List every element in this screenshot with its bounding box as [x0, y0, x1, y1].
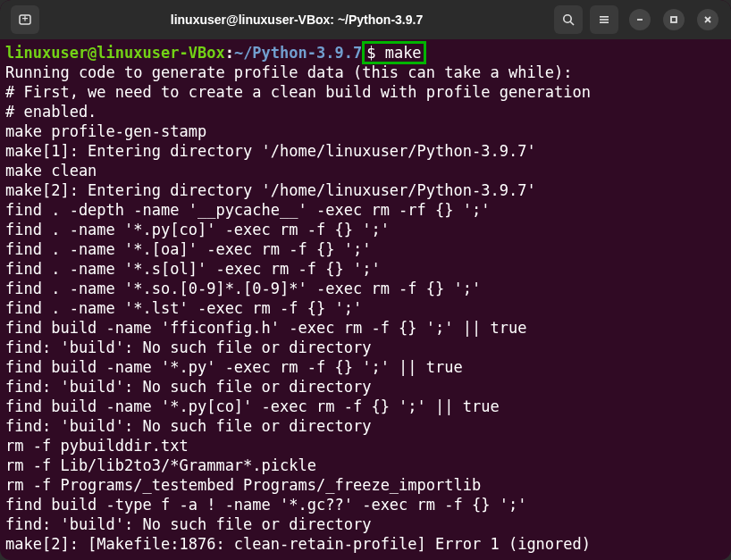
terminal-body[interactable]: linuxuser@linuxuser-VBox:~/Python-3.9.7$… [0, 39, 731, 560]
prompt-colon: : [225, 44, 234, 62]
window-title: linuxuser@linuxuser-VBox: ~/Python-3.9.7 [43, 13, 550, 27]
terminal-window: linuxuser@linuxuser-VBox: ~/Python-3.9.7… [0, 0, 731, 560]
prompt-path: ~/Python-3.9.7 [234, 44, 362, 62]
terminal-output: Running code to generate profile data (t… [5, 63, 591, 553]
new-tab-button[interactable] [11, 5, 39, 34]
svg-point-3 [564, 15, 571, 22]
svg-rect-5 [600, 16, 609, 18]
svg-rect-6 [600, 19, 609, 21]
search-button[interactable] [554, 5, 583, 34]
command-highlight: $ make [362, 41, 425, 64]
svg-rect-7 [600, 21, 609, 23]
minimize-button[interactable] [629, 9, 651, 30]
svg-rect-2 [24, 16, 25, 21]
window-controls [629, 9, 718, 30]
svg-rect-9 [671, 17, 676, 22]
prompt-user-host: linuxuser@linuxuser-VBox [5, 44, 225, 62]
svg-line-4 [570, 21, 574, 25]
maximize-button[interactable] [663, 9, 685, 30]
menu-button[interactable] [590, 5, 618, 34]
close-button[interactable] [697, 9, 718, 30]
titlebar: linuxuser@linuxuser-VBox: ~/Python-3.9.7 [0, 0, 731, 39]
